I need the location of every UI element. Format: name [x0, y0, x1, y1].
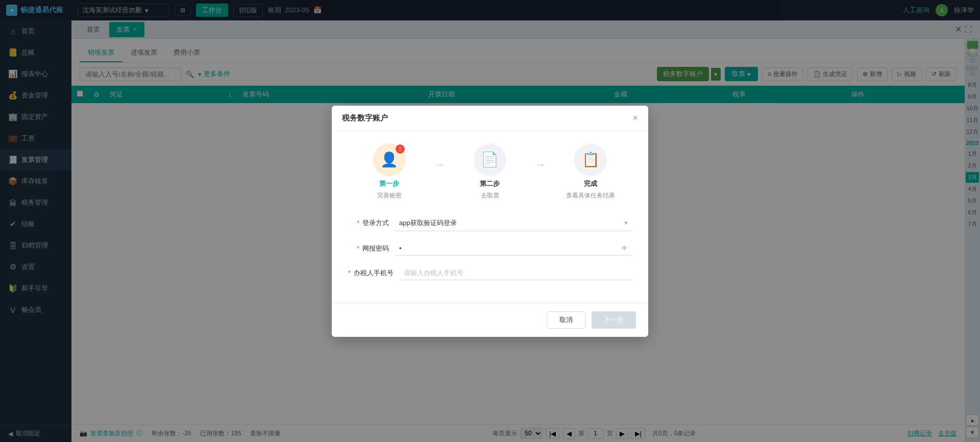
step-1-circle: 👤 !: [373, 143, 406, 176]
phone-input[interactable]: [400, 266, 632, 280]
modal-close-button[interactable]: ×: [632, 113, 638, 124]
step-2-sublabel: 去取票: [481, 191, 499, 200]
step-3-circle: 📋: [574, 143, 607, 176]
modal-title: 税务数字账户: [342, 113, 388, 123]
steps-indicator: 👤 ! 第一步 完善账密 → 📄 第二步 去取票 →: [348, 143, 632, 200]
step-1-sublabel: 完善账密: [377, 191, 402, 200]
step-arrow-1: →: [434, 159, 445, 170]
login-method-row: * 登录方式 app获取验证码登录 ▾: [348, 215, 632, 231]
step-1-badge: !: [396, 144, 405, 154]
login-method-select[interactable]: app获取验证码登录 ▾: [395, 215, 632, 231]
step-1-icon: 👤: [380, 151, 398, 168]
password-input[interactable]: [395, 241, 617, 255]
phone-label: * 办税人手机号: [348, 268, 394, 278]
modal-overlay: 税务数字账户 × 👤 ! 第一步 完善账密 →: [0, 0, 980, 442]
modal-body: 👤 ! 第一步 完善账密 → 📄 第二步 去取票 →: [332, 131, 648, 303]
cancel-button[interactable]: 取消: [547, 311, 585, 329]
modal-footer: 取消 下一步: [332, 303, 648, 337]
password-row: * 网报密码 👁: [348, 241, 632, 256]
login-method-label: * 登录方式: [348, 218, 389, 228]
step-1-label: 第一步: [379, 179, 399, 188]
step-2-icon: 📄: [481, 151, 499, 168]
step-3-sublabel: 查看具体任务结果: [566, 191, 615, 200]
step-3-icon: 📋: [582, 151, 600, 168]
toggle-password-icon[interactable]: 👁: [617, 244, 632, 252]
step-1: 👤 ! 第一步 完善账密: [348, 143, 430, 200]
step-arrow-2: →: [535, 159, 546, 170]
step-2-label: 第二步: [480, 179, 500, 188]
phone-row: * 办税人手机号: [348, 266, 632, 280]
step-2: 📄 第二步 去取票: [449, 143, 531, 200]
chevron-down-icon: ▾: [624, 219, 628, 227]
password-label: * 网报密码: [348, 244, 389, 253]
step-2-circle: 📄: [474, 143, 506, 176]
modal-header: 税务数字账户 ×: [332, 106, 648, 131]
step-3-label: 完成: [584, 179, 597, 188]
tax-account-modal: 税务数字账户 × 👤 ! 第一步 完善账密 →: [332, 106, 648, 337]
password-field-container: 👁: [395, 241, 632, 256]
login-method-value: app获取验证码登录: [399, 218, 457, 228]
step-3: 📋 完成 查看具体任务结果: [550, 143, 632, 200]
next-button[interactable]: 下一步: [592, 311, 636, 329]
